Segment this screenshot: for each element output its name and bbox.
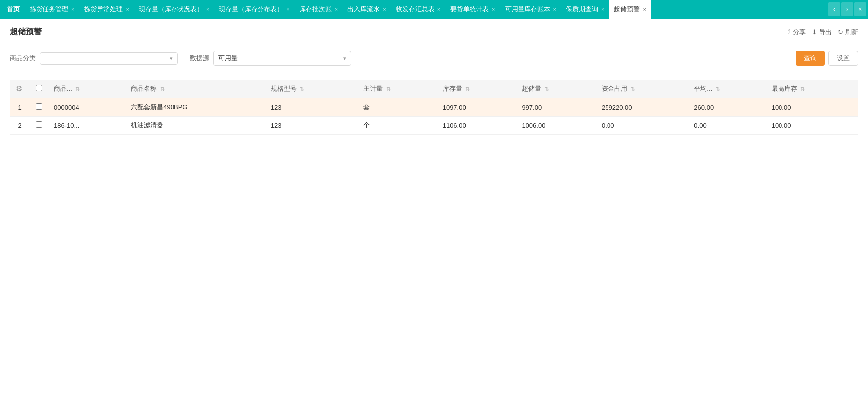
table-row: 1 0000004 六配套新昌490BPG 123 套 1097.00 [10, 98, 858, 117]
nav-item-task-mgmt[interactable]: 拣货任务管理 × [25, 0, 79, 19]
col-header-overstock: 超储量 ⇅ [516, 80, 596, 98]
row-1-checkbox[interactable] [36, 103, 42, 110]
row-2-capital: 0.00 [596, 117, 688, 135]
col-header-spec-label: 规格型号 [271, 85, 297, 92]
row-2-index: 2 [10, 117, 30, 135]
nav-label-inout-flow: 出入库流水 [347, 5, 380, 14]
col-header-capital-label: 资金占用 [602, 85, 627, 92]
nav-label-abnormal: 拣货异常处理 [84, 5, 123, 14]
filter-actions: 查询 设置 [796, 51, 858, 66]
row-1-product-code: 0000004 [48, 98, 125, 117]
col-header-product-code: 商品... ⇅ [48, 80, 125, 98]
sort-icon-avg: ⇅ [716, 86, 720, 92]
category-filter-group: 商品分类 ▾ [10, 52, 178, 65]
col-header-max-stock-label: 最高库存 [772, 85, 797, 92]
col-header-max-stock: 最高库存 ⇅ [766, 80, 858, 98]
settings-button[interactable]: 设置 [828, 51, 858, 66]
row-2-stock: 1106.00 [437, 117, 517, 135]
nav-item-inout-flow[interactable]: 出入库流水 × [343, 0, 391, 19]
row-2-max-stock: 100.00 [766, 117, 858, 135]
nav-close-order-stat[interactable]: × [492, 6, 495, 12]
nav-label-receive-send: 收发存汇总表 [396, 5, 434, 14]
nav-close-available-account[interactable]: × [553, 6, 556, 12]
nav-label-expiry-check: 保质期查询 [566, 5, 598, 14]
sort-icon-overstock: ⇅ [545, 86, 549, 92]
sort-icon-product-name: ⇅ [160, 86, 165, 92]
row-2-product-code: 186-10... [48, 117, 125, 135]
datasource-dropdown-icon: ▾ [343, 55, 346, 62]
datasource-select-text: 可用量 [218, 54, 341, 63]
nav-item-receive-send[interactable]: 收发存汇总表 × [391, 0, 445, 19]
nav-label-home: 首页 [7, 5, 20, 14]
row-1-checkbox-cell [30, 98, 48, 117]
refresh-button[interactable]: ↻ 刷新 [838, 28, 858, 37]
nav-label-overstock-warning: 超储预警 [614, 5, 640, 14]
row-1-avg: 260.00 [688, 98, 765, 117]
top-nav: 首页 拣货任务管理 × 拣货异常处理 × 现存量（库存状况表） × 现存量（库存… [0, 0, 868, 19]
nav-close-expiry-check[interactable]: × [601, 6, 604, 12]
share-button[interactable]: ⤴ 分享 [787, 28, 806, 37]
filter-bar: 商品分类 ▾ 数据源 可用量 ▾ 查询 设置 [10, 45, 858, 72]
page-title: 超储预警 [10, 27, 42, 37]
category-dropdown-icon: ▾ [170, 55, 173, 62]
row-1-overstock: 997.00 [516, 98, 596, 117]
nav-item-abnormal[interactable]: 拣货异常处理 × [79, 0, 133, 19]
nav-item-available-account[interactable]: 可用量库存账本 × [500, 0, 561, 19]
nav-item-order-stat[interactable]: 要货单统计表 × [445, 0, 500, 19]
nav-label-inventory-dist: 现存量（库存分布表） [219, 5, 283, 14]
sort-icon-unit: ⇅ [386, 86, 391, 92]
row-2-checkbox[interactable] [36, 121, 42, 128]
row-1-index: 1 [10, 98, 30, 117]
nav-item-batch-account[interactable]: 库存批次账 × [295, 0, 343, 19]
nav-close-task-mgmt[interactable]: × [71, 6, 74, 12]
nav-close-abnormal[interactable]: × [126, 6, 129, 12]
nav-arrow-close[interactable]: × [854, 2, 866, 16]
export-button[interactable]: ⬇ 导出 [812, 28, 832, 37]
nav-close-overstock-warning[interactable]: × [643, 6, 646, 12]
category-filter-label: 商品分类 [10, 54, 36, 63]
nav-close-inout-flow[interactable]: × [383, 6, 386, 12]
nav-label-batch-account: 库存批次账 [300, 5, 332, 14]
table-row: 2 186-10... 机油滤清器 123 个 1106.00 [10, 117, 858, 135]
query-button[interactable]: 查询 [796, 51, 825, 66]
nav-arrow-right[interactable]: › [841, 2, 853, 16]
col-header-checkbox [30, 80, 48, 98]
row-1-product-name: 六配套新昌490BPG [125, 98, 264, 117]
nav-item-inventory-status[interactable]: 现存量（库存状况表） × [134, 0, 214, 19]
share-icon: ⤴ [787, 28, 791, 36]
nav-item-overstock-warning[interactable]: 超储预警 × [609, 0, 651, 19]
nav-item-home[interactable]: 首页 [2, 0, 25, 19]
nav-close-receive-send[interactable]: × [437, 6, 440, 12]
col-header-unit: 主计量 ⇅ [357, 80, 437, 98]
row-2-overstock: 1006.00 [516, 117, 596, 135]
nav-label-available-account: 可用量库存账本 [505, 5, 550, 14]
row-1-spec: 123 [265, 98, 357, 117]
share-label: 分享 [793, 28, 806, 37]
row-1-stock: 1097.00 [437, 98, 517, 117]
refresh-label: 刷新 [845, 28, 858, 37]
nav-close-inventory-dist[interactable]: × [286, 6, 289, 12]
select-all-checkbox[interactable] [36, 85, 42, 91]
nav-arrow-left[interactable]: ‹ [828, 2, 840, 16]
col-header-settings: ⚙ [10, 80, 30, 98]
sort-icon-max-stock: ⇅ [800, 86, 805, 92]
export-label: 导出 [819, 28, 832, 37]
nav-close-inventory-status[interactable]: × [206, 6, 209, 12]
table-header: ⚙ 商品... ⇅ 商品名称 ⇅ 规格型号 ⇅ 主计量 [10, 80, 858, 98]
col-header-spec: 规格型号 ⇅ [265, 80, 357, 98]
row-2-checkbox-cell [30, 117, 48, 135]
datasource-filter-label: 数据源 [190, 54, 209, 63]
datasource-select[interactable]: 可用量 ▾ [213, 51, 351, 66]
header-actions: ⤴ 分享 ⬇ 导出 ↻ 刷新 [787, 28, 858, 37]
col-header-capital: 资金占用 ⇅ [596, 80, 688, 98]
category-select[interactable]: ▾ [40, 52, 178, 65]
settings-gear-icon[interactable]: ⚙ [16, 84, 22, 93]
row-2-product-name: 机油滤清器 [125, 117, 264, 135]
sort-icon-product-code: ⇅ [75, 86, 80, 92]
nav-item-expiry-check[interactable]: 保质期查询 × [561, 0, 609, 19]
nav-close-batch-account[interactable]: × [335, 6, 338, 12]
col-header-stock: 库存量 ⇅ [437, 80, 517, 98]
data-table: ⚙ 商品... ⇅ 商品名称 ⇅ 规格型号 ⇅ 主计量 [10, 80, 858, 135]
page-content: 超储预警 ⤴ 分享 ⬇ 导出 ↻ 刷新 商品分类 ▾ 数据源 [0, 19, 868, 395]
nav-item-inventory-dist[interactable]: 现存量（库存分布表） × [214, 0, 294, 19]
